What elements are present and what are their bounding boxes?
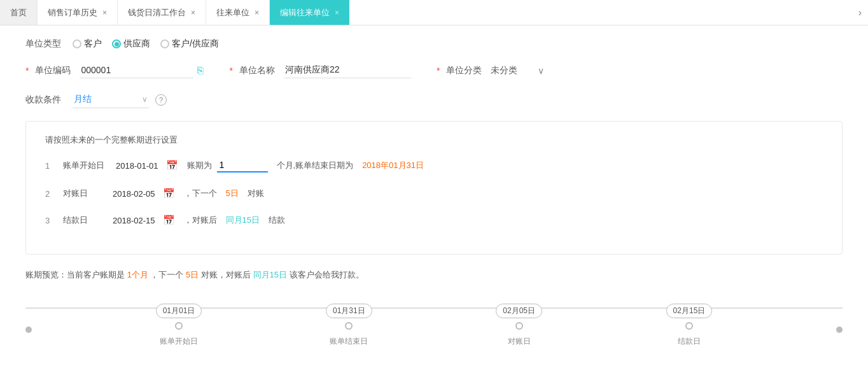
- unit-name-field: * 单位名称: [229, 62, 410, 78]
- radio-customer-label: 客户: [84, 38, 102, 50]
- tab-cash-work[interactable]: 钱货日清工作台 ×: [118, 0, 206, 25]
- timeline-badge-4: 02月15日: [666, 304, 713, 318]
- row2-cal-icon[interactable]: 📅: [163, 188, 175, 199]
- timeline-point-1: 01月01日 账单开始日: [156, 304, 202, 347]
- period-input[interactable]: [217, 158, 268, 172]
- payment-terms-select[interactable]: 月结 ∨: [73, 91, 149, 108]
- radio-supplier-circle: [112, 39, 121, 48]
- row-reconcile: 2 对账日 2018-02-05 📅 ，下一个 5日 对账: [45, 188, 823, 199]
- radio-supplier[interactable]: 供应商: [112, 38, 150, 50]
- row1-date: 2018-01-01: [116, 161, 158, 171]
- preview-text: 账期预览：当前客户账期是 1个月 ，下一个 5日 对账，对账后 同月15日 该客…: [25, 267, 843, 282]
- radio-group-unit-type: 客户 供应商 客户/供应商: [73, 38, 219, 50]
- radio-customer-circle: [73, 39, 81, 48]
- tab-bar: 首页 销售订单历史 × 钱货日清工作台 × 往来单位 × 编辑往来单位 × ›: [0, 0, 868, 25]
- row-payment: 3 结款日 2018-02-15 📅 ，对账后 同月15日 结款: [45, 215, 823, 226]
- unit-code-label: 单位编码: [35, 65, 71, 76]
- tab-sales-order-history-close[interactable]: ×: [102, 8, 107, 17]
- tab-edit-partner-label: 编辑往来单位: [280, 7, 330, 18]
- row2-desc2: 对账: [248, 188, 264, 199]
- timeline-start-dot: [25, 327, 32, 333]
- unit-category-star: *: [437, 66, 440, 76]
- unit-name-star: *: [229, 66, 232, 76]
- unit-type-row: 单位类型 客户 供应商 客户/供应商: [25, 38, 843, 50]
- payment-terms-arrow-icon: ∨: [142, 95, 148, 104]
- unit-code-star: *: [25, 66, 29, 76]
- row1-desc-before: 账期为: [187, 160, 212, 171]
- payment-terms-label: 收款条件: [25, 94, 61, 106]
- timeline-label-4: 结款日: [678, 336, 701, 347]
- main-content: 单位类型 客户 供应商 客户/供应商 * 单位编码 ⎘ * 单位名称: [0, 25, 868, 387]
- unit-code-input[interactable]: [80, 62, 193, 78]
- setting-box: 请按照未来的一个完整帐期进行设置 1 账单开始日 2018-01-01 📅 账期…: [25, 121, 843, 255]
- radio-both[interactable]: 客户/供应商: [160, 38, 219, 50]
- timeline-points: 01月01日 账单开始日 01月31日 账单结束日 02月05日 对账日 02月…: [25, 304, 843, 347]
- payment-terms-value: 月结: [74, 94, 139, 105]
- timeline-dot-4: [685, 322, 693, 330]
- unit-code-copy-icon[interactable]: ⎘: [197, 65, 204, 76]
- setting-title: 请按照未来的一个完整帐期进行设置: [45, 134, 823, 146]
- timeline-point-2: 01月31日 账单结束日: [326, 304, 372, 347]
- row2-label: 对账日: [63, 188, 101, 199]
- timeline-badge-2: 01月31日: [326, 304, 372, 318]
- timeline-point-3: 02月05日 对账日: [496, 304, 542, 347]
- tab-partner[interactable]: 往来单位 ×: [206, 0, 270, 25]
- row-bill-start: 1 账单开始日 2018-01-01 📅 账期为 个月,账单结束日期为 2018…: [45, 158, 823, 172]
- row1-desc-after: 个月,账单结束日期为: [277, 160, 354, 171]
- unit-category-value: 未分类: [491, 65, 529, 76]
- tab-cash-work-close[interactable]: ×: [191, 8, 195, 17]
- row1-label: 账单开始日: [63, 160, 104, 171]
- timeline-end-dot: [836, 327, 843, 333]
- timeline-point-4: 02月15日 结款日: [666, 304, 713, 347]
- timeline-dot-2: [345, 322, 353, 330]
- row2-desc1: ，下一个: [184, 188, 217, 199]
- tab-partner-label: 往来单位: [216, 7, 249, 18]
- radio-both-label: 客户/供应商: [172, 38, 219, 50]
- tab-home-label: 首页: [10, 7, 27, 18]
- row3-date: 2018-02-15: [113, 216, 155, 225]
- row2-date: 2018-02-05: [113, 189, 155, 199]
- preview-part2: 5日: [186, 270, 199, 279]
- preview-sep2: 对账，对账后: [201, 270, 251, 279]
- unit-category-label: 单位分类: [446, 65, 482, 76]
- timeline-label-2: 账单结束日: [330, 336, 368, 347]
- unit-name-label: 单位名称: [239, 65, 275, 76]
- tab-sales-order-history[interactable]: 销售订单历史 ×: [38, 0, 118, 25]
- help-icon[interactable]: ?: [155, 94, 167, 106]
- tab-partner-close[interactable]: ×: [255, 8, 259, 17]
- tab-nav-arrow[interactable]: ›: [852, 0, 868, 25]
- unit-code-field: * 单位编码 ⎘: [25, 62, 204, 78]
- row1-highlight: 2018年01月31日: [362, 160, 424, 171]
- radio-both-circle: [160, 39, 169, 48]
- row3-label: 结款日: [63, 215, 101, 226]
- preview-part1: 1个月: [127, 270, 148, 279]
- tab-edit-partner[interactable]: 编辑往来单位 ×: [270, 0, 349, 25]
- payment-terms-row: 收款条件 月结 ∨ ?: [25, 91, 843, 108]
- radio-supplier-label: 供应商: [123, 38, 150, 50]
- timeline: 01月01日 账单开始日 01月31日 账单结束日 02月05日 对账日 02月…: [25, 297, 843, 360]
- timeline-badge-1: 01月01日: [156, 304, 202, 318]
- preview-label: 账期预览：当前客户账期是: [25, 270, 125, 279]
- preview-end: 该客户会给我打款。: [290, 270, 364, 279]
- timeline-label-3: 对账日: [508, 336, 531, 347]
- row2-num: 2: [45, 189, 58, 199]
- row3-num: 3: [45, 216, 58, 225]
- unit-type-label: 单位类型: [25, 38, 61, 50]
- row3-cal-icon[interactable]: 📅: [163, 215, 175, 226]
- radio-customer[interactable]: 客户: [73, 38, 102, 50]
- row3-highlight: 同月15日: [226, 215, 260, 226]
- unit-category-dropdown-icon[interactable]: ∨: [538, 66, 544, 76]
- timeline-dot-1: [175, 322, 183, 330]
- timeline-label-1: 账单开始日: [160, 336, 198, 347]
- timeline-dot-3: [515, 322, 523, 330]
- row3-desc1: ，对账后: [184, 215, 217, 226]
- unit-name-input[interactable]: [284, 62, 411, 78]
- unit-category-field: * 单位分类 未分类 ∨: [437, 65, 544, 76]
- preview-sep1: ，下一个: [150, 270, 183, 279]
- tab-home[interactable]: 首页: [0, 0, 38, 25]
- row2-highlight: 5日: [226, 188, 239, 199]
- tab-edit-partner-close[interactable]: ×: [335, 8, 339, 17]
- row1-cal-icon[interactable]: 📅: [166, 160, 178, 171]
- timeline-badge-3: 02月05日: [496, 304, 542, 318]
- tab-cash-work-label: 钱货日清工作台: [128, 7, 186, 18]
